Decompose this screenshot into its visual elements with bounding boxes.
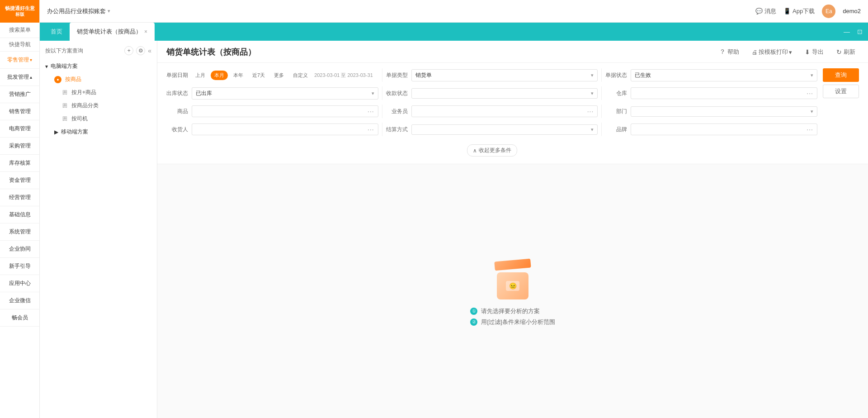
maximize-btn[interactable]: ⊡: [855, 27, 864, 36]
add-scheme-btn[interactable]: +: [124, 46, 133, 55]
sidebar-item-wechat[interactable]: 企业微信: [0, 292, 39, 309]
box-lid: [494, 258, 531, 271]
scheme-settings-btn[interactable]: ⚙: [136, 46, 145, 55]
tab-sales-stat[interactable]: 销货单统计表（按商品） ×: [70, 23, 155, 41]
tab-home[interactable]: 首页: [43, 23, 70, 41]
settings-button[interactable]: 设置: [823, 85, 859, 98]
brand-dots: ···: [807, 126, 813, 133]
breadcrumb-arrow[interactable]: ▾: [108, 8, 110, 14]
date-tab-this-month[interactable]: 本月: [211, 71, 228, 80]
scheme-by-month-goods[interactable]: 囲 按月+商品: [45, 86, 151, 99]
left-panel-actions: + ⚙ «: [124, 46, 151, 55]
doc-status-label: 单据状态: [605, 71, 627, 79]
settle-cell: 结算方式 ▾: [386, 124, 598, 135]
filter-actions-row: ∧ 收起更多条件: [166, 141, 817, 158]
tip2-text: 用[过滤]条件来缩小分析范围: [481, 318, 555, 326]
payment-status-arrow: ▾: [591, 90, 594, 96]
export-icon: ⬇: [805, 48, 810, 56]
divider-5: [382, 104, 382, 118]
sidebar-item-finance[interactable]: 资金管理: [0, 172, 39, 189]
sidebar-item-operation[interactable]: 经营管理: [0, 189, 39, 206]
desktop-scheme-group: ▾ 电脑端方案 ● 按商品 囲 按月+商品 囲 按商品分类 囲 按司机: [40, 60, 157, 125]
doc-status-select[interactable]: 已生效 ▾: [631, 69, 817, 81]
date-tab-more[interactable]: 更多: [270, 71, 288, 80]
settle-select[interactable]: ▾: [411, 124, 598, 135]
empty-state: 😐 ① 请先选择要分析的方案 ② 用[过滤]条件来缩小分析范围: [157, 164, 868, 418]
query-button[interactable]: 查询: [823, 68, 859, 82]
sidebar-item-ecommerce[interactable]: 电商管理: [0, 120, 39, 138]
payment-status-select[interactable]: ▾: [411, 88, 598, 99]
sidebar-item-system[interactable]: 系统管理: [0, 223, 39, 241]
sidebar-item-marketing[interactable]: 营销推广: [0, 86, 39, 103]
page-title-bar: 销货单统计表（按商品） ？ 帮助 🖨 按模板打印 ▾ ⬇ 导出: [157, 41, 868, 63]
app-download-btn[interactable]: 📱 App下载: [783, 7, 815, 15]
date-tabs: 上月 本月 本年 近7天 更多 自定义: [192, 71, 311, 80]
print-btn[interactable]: 🖨 按模板打印 ▾: [748, 46, 796, 58]
warehouse-select[interactable]: ···: [631, 87, 817, 99]
stock-status-select[interactable]: 已出库 ▾: [192, 87, 378, 100]
sidebar-item-basic[interactable]: 基础信息: [0, 206, 39, 223]
divider-3: [382, 86, 382, 100]
filter-row-4: 收货人 ··· 结算方式 ▾: [166, 123, 817, 136]
date-tab-custom[interactable]: 自定义: [289, 71, 311, 80]
sidebar-item-wholesale[interactable]: 批发管理 ▴: [0, 69, 39, 86]
box-body: 😐: [497, 272, 528, 299]
date-tab-this-year[interactable]: 本年: [230, 71, 247, 80]
warehouse-cell: 仓库 ···: [605, 87, 817, 99]
message-btn[interactable]: 💬 消息: [755, 7, 776, 15]
settings-icon: ⚙: [138, 48, 143, 54]
goods-select[interactable]: ···: [192, 105, 378, 117]
divider-6: [601, 104, 602, 118]
receiver-select[interactable]: ···: [192, 124, 378, 135]
quick-nav-item[interactable]: 快捷导航: [0, 38, 39, 52]
desktop-group-title[interactable]: ▾ 电脑端方案: [45, 60, 151, 73]
stock-status-arrow: ▾: [372, 90, 374, 96]
settle-label: 结算方式: [386, 126, 408, 133]
search-menu-item[interactable]: 搜索菜单: [0, 23, 39, 38]
logo-subtext: 标版: [15, 12, 24, 17]
dept-select[interactable]: ▾: [631, 106, 817, 117]
breadcrumb: 办公用品行业模拟账套 ▾: [47, 7, 110, 15]
sidebar-item-newbie[interactable]: 新手引导: [0, 258, 39, 275]
help-btn[interactable]: ？ 帮助: [716, 46, 743, 58]
date-filter: 上月 本月 本年 近7天 更多 自定义 2023-03-01 至 2023-03…: [192, 71, 378, 80]
sidebar-item-sales[interactable]: 销售管理: [0, 103, 39, 120]
tab-close-icon[interactable]: ×: [144, 28, 147, 35]
sidebar-item-retail[interactable]: 零售管理 ▾: [0, 52, 39, 69]
mobile-group-title[interactable]: ▶ 移动端方案: [45, 125, 151, 138]
collapse-more-btn[interactable]: ∧ 收起更多条件: [467, 144, 517, 157]
collapse-icon: ∧: [473, 147, 477, 154]
date-filter-cell: 单据日期 上月 本月 本年 近7天 更多 自定义: [166, 71, 378, 80]
sidebar-item-purchase[interactable]: 采购管理: [0, 138, 39, 155]
page-title: 销货单统计表（按商品）: [166, 47, 256, 57]
minimize-btn[interactable]: —: [842, 27, 852, 36]
desktop-group-arrow: ▾: [45, 63, 48, 70]
avatar[interactable]: Ea: [822, 5, 835, 18]
collapse-panel-btn[interactable]: «: [148, 47, 151, 54]
goods-cell: 商品 ···: [166, 105, 378, 117]
scheme-by-goods-category[interactable]: 囲 按商品分类: [45, 99, 151, 112]
refresh-icon: ↻: [836, 48, 842, 56]
staff-select[interactable]: ···: [411, 105, 598, 117]
settle-arrow: ▾: [591, 127, 594, 133]
scheme-by-cashier[interactable]: 囲 按司机: [45, 112, 151, 125]
export-btn[interactable]: ⬇ 导出: [801, 46, 827, 58]
brand-select[interactable]: ···: [631, 124, 817, 135]
date-tab-7days[interactable]: 近7天: [249, 71, 269, 80]
payment-status-cell: 收款状态 ▾: [386, 88, 598, 99]
refresh-btn[interactable]: ↻ 刷新: [833, 46, 859, 58]
box-face: 😐: [506, 281, 519, 291]
scheme-by-goods[interactable]: ● 按商品: [45, 73, 151, 86]
doc-type-select[interactable]: 销货单 ▾: [411, 69, 598, 81]
sidebar-item-cooperation[interactable]: 企业协同: [0, 241, 39, 258]
retail-arrow: ▾: [30, 57, 32, 62]
content-body: 按以下方案查询 + ⚙ « ▾ 电脑端方案 ●: [40, 41, 868, 418]
sidebar-item-member[interactable]: 畅会员: [0, 309, 39, 327]
divider-4: [601, 86, 602, 100]
sidebar-item-inventory[interactable]: 库存核算: [0, 155, 39, 172]
date-tab-last-month[interactable]: 上月: [192, 71, 209, 80]
mobile-scheme-group: ▶ 移动端方案: [40, 125, 157, 138]
stock-status-label: 出库状态: [166, 90, 188, 97]
top-header: 办公用品行业模拟账套 ▾ 💬 消息 📱 App下载 Ea demo2: [40, 0, 868, 23]
sidebar-item-app-center[interactable]: 应用中心: [0, 275, 39, 292]
